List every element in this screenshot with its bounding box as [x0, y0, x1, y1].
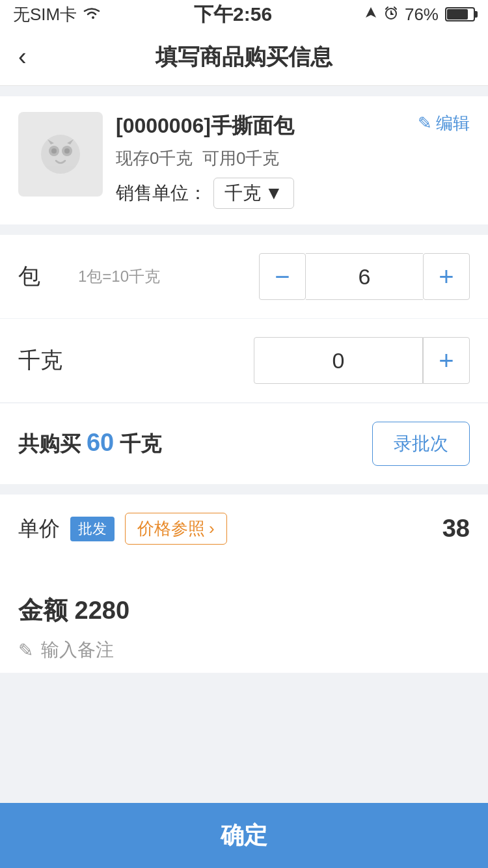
- price-section: 单价 批发 价格参照 › 38: [0, 495, 488, 578]
- carrier-text: 无SIM卡: [13, 3, 77, 26]
- alarm-icon: [384, 5, 398, 25]
- record-batch-button[interactable]: 录批次: [372, 422, 470, 466]
- svg-point-5: [64, 148, 70, 154]
- quantity-control-kg: +: [254, 337, 470, 384]
- price-ref-icon: ›: [209, 519, 215, 539]
- amount-row: 金额 2280: [18, 594, 470, 627]
- edit-icon: ✎: [418, 113, 432, 133]
- total-row: 共购买 60 千克 录批次: [0, 403, 488, 484]
- battery-percent: 76%: [405, 5, 439, 25]
- confirm-button[interactable]: 确定: [221, 820, 267, 852]
- location-icon: [364, 5, 377, 25]
- status-right: 76%: [364, 5, 475, 25]
- price-value: 38: [442, 515, 470, 543]
- product-name: [0000006]手撕面包: [116, 112, 470, 141]
- amount-section: 金额 2280 ✎ 输入备注: [0, 578, 488, 673]
- product-image: [18, 112, 103, 197]
- product-info: [0000006]手撕面包 现存0千克 可用0千克 销售单位： 千克 ▼: [116, 112, 470, 209]
- product-stock: 现存0千克 可用0千克: [116, 147, 470, 170]
- quantity-row-bag: 包 1包=10千克 − +: [0, 235, 488, 319]
- unit-select[interactable]: 千克 ▼: [213, 178, 294, 209]
- product-unit: 销售单位： 千克 ▼: [116, 178, 470, 209]
- price-row: 单价 批发 价格参照 › 38: [18, 513, 470, 545]
- confirm-bar[interactable]: 确定: [0, 803, 488, 868]
- qty-label-kg: 千克: [18, 346, 70, 375]
- quantity-section: 包 1包=10千克 − + 千克 + 共购买 60 千克 录批次: [0, 235, 488, 484]
- product-card: [0000006]手撕面包 现存0千克 可用0千克 销售单位： 千克 ▼ ✎ 编…: [0, 96, 488, 224]
- qty-label-bag: 包: [18, 262, 70, 292]
- decrease-bag-button[interactable]: −: [259, 253, 306, 300]
- total-text: 共购买 60 千克: [18, 429, 161, 459]
- status-bar: 无SIM卡 下午2:56 76%: [0, 0, 488, 29]
- note-icon: ✎: [18, 640, 33, 661]
- quantity-row-kg: 千克 +: [0, 319, 488, 403]
- nav-bar: ‹ 填写商品购买信息: [0, 29, 488, 86]
- note-placeholder: 输入备注: [41, 638, 114, 662]
- price-label: 单价: [18, 515, 60, 543]
- qty-input-kg[interactable]: [254, 337, 423, 384]
- quantity-control-bag: − +: [259, 253, 470, 300]
- price-tag: 批发: [70, 517, 115, 541]
- battery-icon: [445, 7, 475, 21]
- price-ref-button[interactable]: 价格参照 ›: [125, 513, 227, 545]
- wifi-icon: [82, 5, 102, 25]
- note-row[interactable]: ✎ 输入备注: [18, 638, 470, 662]
- status-left: 无SIM卡: [13, 3, 102, 26]
- edit-button[interactable]: ✎ 编辑: [418, 112, 470, 135]
- svg-point-1: [41, 135, 80, 174]
- qty-sub-label-bag: 1包=10千克: [78, 266, 259, 287]
- svg-point-4: [51, 148, 57, 154]
- back-button[interactable]: ‹: [18, 43, 27, 71]
- qty-input-bag[interactable]: [306, 253, 423, 300]
- increase-bag-button[interactable]: +: [423, 253, 470, 300]
- increase-kg-button[interactable]: +: [423, 337, 470, 384]
- page-title: 填写商品购买信息: [156, 42, 332, 72]
- status-time: 下午2:56: [194, 1, 272, 28]
